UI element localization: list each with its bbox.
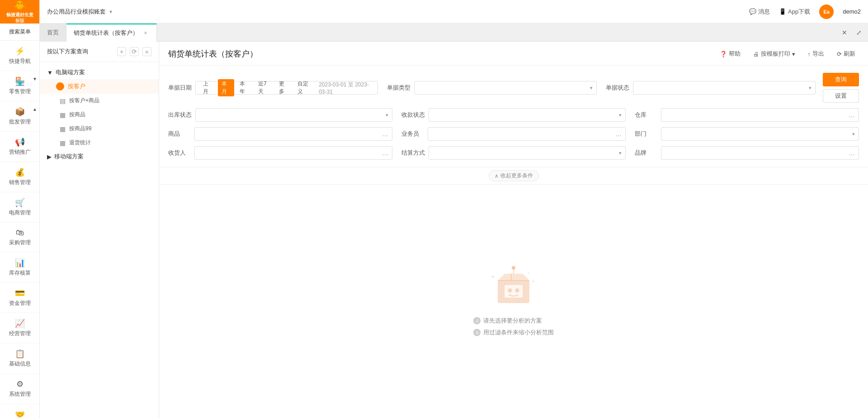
dept-arrow: ▾ [852, 131, 855, 137]
empty-tip-2-text: 用过滤条件来缩小分析范围 [483, 328, 554, 337]
date-btn-7days[interactable]: 近7天 [255, 79, 274, 96]
collapse-btn[interactable]: ∧ 收起更多条件 [489, 170, 539, 181]
user-name[interactable]: demo2 [843, 8, 861, 15]
sidebar-item-sales[interactable]: 💰 销售管理 [0, 162, 39, 192]
template-print-arrow: ▾ [792, 51, 795, 57]
by-customer-goods-icon: ▤ [60, 97, 66, 104]
header-dropdown-icon[interactable]: ▾ [109, 9, 112, 15]
sidebar-item-purchase-label: 采购管理 [9, 239, 31, 247]
sidebar-item-inventory[interactable]: 📊 库存核算 [0, 252, 39, 283]
svg-point-5 [509, 290, 511, 291]
panel-header-actions: + ⟳ « [117, 47, 151, 56]
date-btn-more[interactable]: 更多 [275, 79, 292, 96]
salesman-control[interactable]: … [428, 127, 626, 141]
date-btn-custom[interactable]: 自定义 [294, 79, 315, 96]
help-btn[interactable]: ❓ 帮助 [716, 48, 744, 60]
tab-close-window-btn[interactable]: ✕ [839, 27, 850, 38]
sidebar-item-purchase[interactable]: 🛍 采购管理 [0, 223, 39, 252]
filter-row-3: 商品 … 业务员 … 部门 ▾ [168, 127, 859, 141]
brand-ellipsis: … [849, 149, 855, 157]
query-btn[interactable]: 查询 [823, 73, 859, 86]
desktop-scheme-group[interactable]: ▼ 电脑端方案 [40, 66, 159, 79]
print-icon: 🖨 [753, 51, 759, 57]
sidebar-item-system[interactable]: ⚙ 系统管理 [0, 374, 39, 404]
user-avatar[interactable]: Ea [819, 5, 834, 19]
logo-icon: 🐥 [14, 0, 25, 11]
messages-btn[interactable]: 💬 消息 [749, 8, 770, 16]
refresh-scheme-btn[interactable]: ⟳ [130, 47, 139, 56]
mobile-group-expand-icon: ▶ [47, 153, 52, 160]
filter-field-dept: 部门 ▾ [635, 127, 859, 141]
empty-tip-1-text: 请先选择要分析的方案 [483, 317, 542, 325]
sidebar-search-label[interactable]: 搜索菜单 [9, 28, 31, 36]
sidebar-search-section[interactable]: 搜索菜单 [0, 24, 39, 41]
sidebar-item-marketing[interactable]: 📢 营销推广 [0, 132, 39, 162]
date-filter-control[interactable]: 上月 本月 本年 近7天 更多 自定义 2023-03-01 至 2023-03… [195, 81, 378, 95]
by-goods-icon: ▦ [60, 111, 66, 119]
scheme-item-by-customer-goods-label: 按客户+商品 [69, 97, 99, 104]
operations-icon: 📈 [15, 318, 25, 328]
add-scheme-btn[interactable]: + [117, 47, 126, 56]
scheme-item-by-customer-goods[interactable]: ▤ 按客户+商品 [40, 94, 159, 108]
filter-field-settle: 结算方式 ▾ [401, 146, 626, 160]
scheme-item-by-goods[interactable]: ▦ 按商品 [40, 108, 159, 122]
purchase-icon: 🛍 [16, 228, 24, 238]
download-icon: 📱 [779, 8, 786, 15]
filter-field-receipt-status: 收款状态 ▾ [401, 108, 626, 122]
scheme-item-by-goods99-label: 按商品99 [69, 125, 91, 133]
scheme-item-by-customer[interactable]: 按 按客户 [40, 79, 159, 94]
sidebar-item-enterprise[interactable]: 🤝 企业协同 [0, 404, 39, 418]
sidebar-item-ecommerce[interactable]: 🛒 电商管理 [0, 192, 39, 223]
sidebar-item-quicknav[interactable]: ⚡ 快捷导航 [0, 41, 39, 71]
sidebar-item-retail[interactable]: 🏪 零售管理 ▼ [0, 71, 39, 101]
logo-text: 畅捷通好生意 [6, 12, 33, 18]
dept-control[interactable]: ▾ [661, 127, 859, 141]
scheme-item-refund[interactable]: ▦ 退货统计 [40, 136, 159, 150]
date-btn-last-month[interactable]: 上月 [199, 79, 216, 96]
warehouse-control[interactable]: … [661, 108, 859, 122]
tab-home[interactable]: 首页 [40, 24, 66, 42]
warehouse-label: 仓库 [635, 111, 657, 119]
filter-field-receiver: 收货人 … [168, 146, 392, 160]
receiver-label: 收货人 [168, 149, 191, 157]
filter-area: 单据日期 上月 本月 本年 近7天 更多 自定义 2023-03-01 至 20… [159, 66, 868, 167]
retail-expand-icon: ▼ [33, 76, 37, 81]
tab-maximize-btn[interactable]: ⤢ [854, 27, 864, 38]
svg-text:✦: ✦ [491, 274, 495, 279]
doc-status-control[interactable]: ▾ [633, 81, 816, 95]
collapse-panel-btn[interactable]: « [142, 47, 151, 56]
out-status-arrow: ▾ [386, 112, 388, 118]
desktop-group-expand-icon: ▼ [47, 69, 53, 76]
tab-active[interactable]: 销货单统计表（按客户） × [66, 24, 157, 42]
setting-btn[interactable]: 设置 [823, 89, 859, 103]
out-status-label: 出库状态 [168, 111, 192, 119]
sidebar-item-finance[interactable]: 💳 资金管理 [0, 283, 39, 313]
out-status-control[interactable]: ▾ [195, 108, 392, 122]
receiver-control[interactable]: … [194, 146, 392, 160]
goods-ellipsis: … [382, 130, 388, 138]
goods-control[interactable]: … [194, 127, 392, 141]
page-title: 销货单统计表（按客户） [168, 48, 258, 59]
help-icon: ❓ [720, 51, 727, 57]
template-print-label: 按模板打印 [761, 50, 790, 58]
app-download-label: App下载 [788, 8, 810, 16]
export-btn[interactable]: ↑ 导出 [804, 48, 828, 60]
refresh-btn[interactable]: ⟳ 刷新 [833, 48, 859, 60]
date-btn-this-month[interactable]: 本月 [218, 79, 235, 96]
by-customer-icon: 按 [56, 82, 64, 90]
sidebar-item-operations[interactable]: 📈 经营管理 [0, 313, 39, 343]
tab-close-btn[interactable]: × [142, 29, 149, 37]
receipt-status-control[interactable]: ▾ [429, 108, 626, 122]
app-download-btn[interactable]: 📱 App下载 [779, 8, 810, 16]
date-btn-this-year[interactable]: 本年 [236, 79, 253, 96]
mobile-scheme-group[interactable]: ▶ 移动端方案 [40, 150, 159, 163]
doc-type-control[interactable]: ▾ [414, 81, 597, 95]
filter-field-warehouse: 仓库 … [635, 108, 859, 122]
sidebar-item-wholesale[interactable]: 📦 批发管理 ▲ [0, 101, 39, 132]
template-print-btn[interactable]: 🖨 按模板打印 ▾ [750, 48, 799, 60]
sidebar-item-basic[interactable]: 📋 基础信息 [0, 343, 39, 374]
settle-control[interactable]: ▾ [429, 146, 626, 160]
brand-control[interactable]: … [661, 146, 859, 160]
header-right: 💬 消息 📱 App下载 Ea demo2 [749, 5, 861, 19]
scheme-item-by-goods99[interactable]: ▦ 按商品99 [40, 122, 159, 136]
